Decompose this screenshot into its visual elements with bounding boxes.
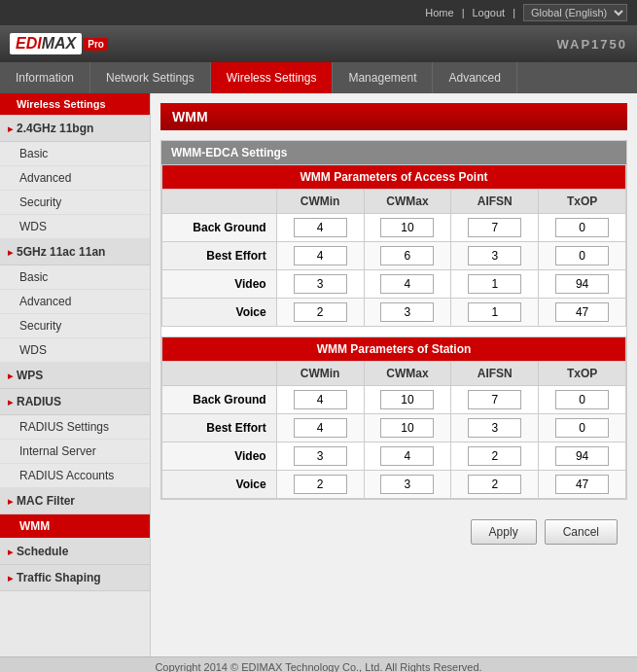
logo-edi: EDI	[16, 35, 42, 52]
sta-vo-cwmin-input[interactable]	[294, 475, 347, 494]
sta-be-cwmax	[364, 414, 451, 442]
sidebar-item-2ghz-wds[interactable]: WDS	[0, 215, 150, 239]
sidebar-item-2ghz-basic[interactable]: Basic	[0, 142, 150, 166]
nav-wireless-settings[interactable]: Wireless Settings	[211, 62, 334, 93]
sta-row-be-label: Best Effort	[162, 414, 277, 442]
footer: Copyright 2014 © EDIMAX Technology Co., …	[0, 656, 637, 672]
sta-be-cwmin	[276, 414, 364, 442]
logo-max: MAX	[42, 35, 77, 52]
sidebar-section-wireless-settings[interactable]: Wireless Settings	[0, 93, 150, 116]
ap-vi-aifsn-input[interactable]	[468, 274, 521, 294]
sta-vi-txop-input[interactable]	[555, 446, 609, 466]
ap-vi-aifsn	[451, 270, 539, 299]
nav-information[interactable]: Information	[0, 62, 90, 93]
sidebar-item-2ghz-security[interactable]: Security	[0, 191, 150, 215]
sidebar-section-5ghz[interactable]: 5GHz 11ac 11an	[0, 239, 150, 265]
ap-vi-txop-input[interactable]	[555, 274, 609, 294]
header: EDIMAX Pro WAP1750	[0, 25, 637, 62]
sta-vi-aifsn-input[interactable]	[468, 446, 521, 466]
table-row: Voice	[162, 299, 626, 327]
sidebar-item-5ghz-wds[interactable]: WDS	[0, 338, 150, 363]
main-nav: Information Network Settings Wireless Se…	[0, 62, 637, 93]
ap-bg-cwmax-input[interactable]	[380, 218, 434, 237]
ap-vi-cwmin-input[interactable]	[294, 274, 347, 294]
sidebar-item-5ghz-basic[interactable]: Basic	[0, 265, 150, 290]
ap-row-video-label: Video	[162, 270, 277, 299]
cancel-button[interactable]: Cancel	[545, 519, 618, 545]
ap-bg-aifsn-input[interactable]	[468, 218, 521, 237]
section-header: WMM-EDCA Settings	[161, 141, 626, 164]
logo-pro: Pro	[84, 38, 108, 51]
sta-table: WMM Parameters of Station CWMin CWMax AI…	[161, 336, 626, 499]
ap-be-aifsn-input[interactable]	[468, 246, 521, 265]
table-row: Back Ground	[162, 386, 626, 414]
ap-vi-cwmax-input[interactable]	[380, 274, 434, 294]
table-row: Video	[162, 270, 626, 299]
sta-be-txop-input[interactable]	[555, 418, 609, 438]
ap-bg-cwmin-input[interactable]	[294, 218, 347, 237]
sta-bg-cwmax-input[interactable]	[380, 390, 434, 409]
sta-bg-aifsn-input[interactable]	[468, 390, 521, 409]
sidebar-item-radius-settings[interactable]: RADIUS Settings	[0, 415, 150, 440]
sta-col-cwmin: CWMin	[276, 362, 364, 386]
nav-advanced[interactable]: Advanced	[433, 62, 516, 93]
sidebar-section-schedule[interactable]: Schedule	[0, 539, 150, 565]
ap-vi-cwmax	[364, 270, 451, 299]
sidebar: Wireless Settings 2.4GHz 11bgn Basic Adv…	[0, 93, 151, 656]
ap-be-cwmax	[364, 242, 451, 270]
sta-vo-cwmax-input[interactable]	[380, 475, 434, 494]
sta-vi-cwmax	[364, 442, 451, 471]
sidebar-section-radius[interactable]: RADIUS	[0, 389, 150, 415]
sidebar-section-2ghz[interactable]: 2.4GHz 11bgn	[0, 116, 150, 142]
sidebar-item-5ghz-security[interactable]: Security	[0, 314, 150, 338]
sta-col-label	[162, 362, 277, 386]
ap-vo-aifsn-input[interactable]	[468, 302, 521, 322]
sta-bg-txop-input[interactable]	[555, 390, 609, 409]
sta-vo-aifsn-input[interactable]	[468, 475, 521, 494]
sta-vi-cwmax-input[interactable]	[380, 446, 434, 466]
sidebar-item-radius-accounts[interactable]: RADIUS Accounts	[0, 464, 150, 488]
sidebar-section-traffic-shaping[interactable]: Traffic Shaping	[0, 565, 150, 591]
ap-vo-txop-input[interactable]	[555, 302, 609, 322]
nav-management[interactable]: Management	[333, 62, 433, 93]
table-row: Back Ground	[162, 214, 626, 242]
sta-be-aifsn-input[interactable]	[468, 418, 521, 438]
sta-vi-txop	[539, 442, 626, 471]
ap-be-cwmin	[276, 242, 364, 270]
sidebar-item-2ghz-advanced[interactable]: Advanced	[0, 166, 150, 191]
sta-be-aifsn	[451, 414, 539, 442]
sta-vi-cwmin-input[interactable]	[294, 446, 347, 466]
sta-vi-cwmin	[276, 442, 364, 471]
ap-be-txop-input[interactable]	[555, 246, 609, 265]
logout-link[interactable]: Logout	[472, 7, 505, 18]
sidebar-item-wmm[interactable]: WMM	[0, 514, 150, 539]
sidebar-item-5ghz-advanced[interactable]: Advanced	[0, 290, 150, 314]
sidebar-item-internal-server[interactable]: Internal Server	[0, 440, 150, 464]
ap-col-label	[162, 190, 277, 214]
nav-network-settings[interactable]: Network Settings	[90, 62, 211, 93]
ap-vo-cwmin	[276, 299, 364, 327]
sta-be-cwmax-input[interactable]	[380, 418, 434, 438]
wmm-edca-section: WMM-EDCA Settings WMM Parameters of Acce…	[160, 140, 627, 500]
sta-vo-txop-input[interactable]	[555, 475, 609, 494]
apply-button[interactable]: Apply	[471, 519, 537, 545]
sta-row-voice-label: Voice	[162, 471, 277, 499]
sta-col-cwmax: CWMax	[364, 362, 451, 386]
sta-be-cwmin-input[interactable]	[294, 418, 347, 438]
language-select[interactable]: Global (English)	[523, 4, 627, 21]
sta-bg-cwmin-input[interactable]	[294, 390, 347, 409]
ap-vo-cwmin-input[interactable]	[294, 302, 347, 322]
table-row: Best Effort	[162, 414, 626, 442]
sta-bg-cwmin	[276, 386, 364, 414]
ap-vo-cwmax-input[interactable]	[380, 302, 434, 322]
sidebar-section-mac-filter[interactable]: MAC Filter	[0, 488, 150, 514]
ap-be-cwmax-input[interactable]	[380, 246, 434, 265]
ap-col-aifsn: AIFSN	[451, 190, 539, 214]
home-link[interactable]: Home	[425, 7, 453, 18]
model-number: WAP1750	[556, 37, 627, 52]
top-bar: Home | Logout | Global (English)	[0, 0, 637, 25]
ap-be-cwmin-input[interactable]	[294, 246, 347, 265]
main-layout: Wireless Settings 2.4GHz 11bgn Basic Adv…	[0, 93, 637, 656]
sidebar-section-wps[interactable]: WPS	[0, 363, 150, 389]
ap-bg-txop-input[interactable]	[555, 218, 609, 237]
